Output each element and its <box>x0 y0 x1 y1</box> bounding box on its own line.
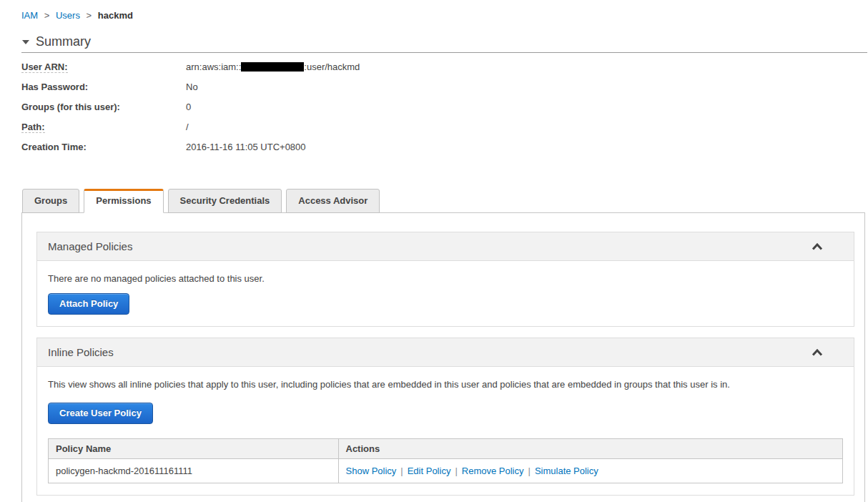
breadcrumb-separator: > <box>87 10 92 21</box>
policy-name-cell: policygen-hackmd-201611161111 <box>49 459 339 483</box>
inline-policies-section: Inline Policies This view shows all inli… <box>36 338 854 496</box>
tab-permissions[interactable]: Permissions <box>84 189 163 213</box>
field-row-has-password: Has Password: No <box>21 82 868 102</box>
inline-policies-table: Policy Name Actions policygen-hackmd-201… <box>48 438 843 483</box>
column-header-policy-name: Policy Name <box>49 439 339 459</box>
simulate-policy-link[interactable]: Simulate Policy <box>535 466 598 476</box>
field-row-creation-time: Creation Time: 2016-11-16 11:05 UTC+0800 <box>21 142 868 162</box>
edit-policy-link[interactable]: Edit Policy <box>408 466 451 476</box>
managed-policies-empty-text: There are no managed policies attached t… <box>48 273 843 284</box>
managed-policies-body: There are no managed policies attached t… <box>37 261 854 326</box>
managed-policies-title: Managed Policies <box>48 240 132 252</box>
summary-divider <box>21 52 867 53</box>
breadcrumb-current-user: hackmd <box>98 10 133 21</box>
inline-policies-title: Inline Policies <box>48 346 114 358</box>
attach-policy-button[interactable]: Attach Policy <box>48 293 129 315</box>
path-label: Path: <box>21 122 45 133</box>
breadcrumb: IAM > Users > hackmd <box>0 0 868 21</box>
groups-label: Groups (for this user): <box>21 102 186 112</box>
user-arn-value: arn:aws:iam:::user/hackmd <box>186 61 360 72</box>
tab-groups[interactable]: Groups <box>22 189 79 213</box>
summary-title: Summary <box>36 34 91 49</box>
has-password-label: Has Password: <box>21 82 186 92</box>
breadcrumb-link-iam[interactable]: IAM <box>21 10 38 21</box>
table-header-row: Policy Name Actions <box>49 439 843 459</box>
action-separator: | <box>400 466 403 476</box>
redacted-account-id <box>241 62 304 72</box>
collapse-chevron-icon[interactable] <box>810 348 843 358</box>
creation-time-value: 2016-11-16 11:05 UTC+0800 <box>186 142 306 152</box>
remove-policy-link[interactable]: Remove Policy <box>462 466 524 476</box>
tab-access-advisor[interactable]: Access Advisor <box>286 189 380 213</box>
managed-policies-header: Managed Policies <box>37 232 854 261</box>
create-user-policy-button[interactable]: Create User Policy <box>48 403 153 424</box>
breadcrumb-link-users[interactable]: Users <box>56 10 80 21</box>
collapse-triangle-icon <box>22 40 29 44</box>
user-arn-label: User ARN: <box>21 61 68 73</box>
breadcrumb-separator: > <box>44 10 50 21</box>
groups-value: 0 <box>186 102 191 112</box>
table-row: policygen-hackmd-201611161111 Show Polic… <box>49 459 843 483</box>
collapse-chevron-icon[interactable] <box>810 242 843 252</box>
path-value: / <box>186 122 189 132</box>
action-separator: | <box>528 466 531 476</box>
managed-policies-section: Managed Policies There are no managed po… <box>36 232 854 327</box>
tab-strip: Groups Permissions Security Credentials … <box>22 189 868 213</box>
iam-user-detail-page: IAM > Users > hackmd Summary User ARN: a… <box>0 0 868 502</box>
action-separator: | <box>455 466 457 476</box>
policy-actions-cell: Show Policy|Edit Policy|Remove Policy|Si… <box>338 459 843 483</box>
tab-security-credentials[interactable]: Security Credentials <box>168 189 282 213</box>
inline-policies-body: This view shows all inline policies that… <box>37 367 854 495</box>
show-policy-link[interactable]: Show Policy <box>346 466 397 476</box>
column-header-actions: Actions <box>338 439 843 459</box>
permissions-tab-panel: Managed Policies There are no managed po… <box>21 212 865 502</box>
field-row-path: Path: / <box>21 122 868 142</box>
field-row-groups: Groups (for this user): 0 <box>21 102 868 122</box>
summary-fields: User ARN: arn:aws:iam:::user/hackmd Has … <box>21 61 868 162</box>
field-row-user-arn: User ARN: arn:aws:iam:::user/hackmd <box>21 61 868 82</box>
inline-policies-header: Inline Policies <box>37 338 854 367</box>
summary-section-toggle[interactable]: Summary <box>22 34 868 49</box>
has-password-value: No <box>186 82 198 92</box>
creation-time-label: Creation Time: <box>21 142 186 152</box>
inline-policies-description: This view shows all inline policies that… <box>48 379 843 390</box>
